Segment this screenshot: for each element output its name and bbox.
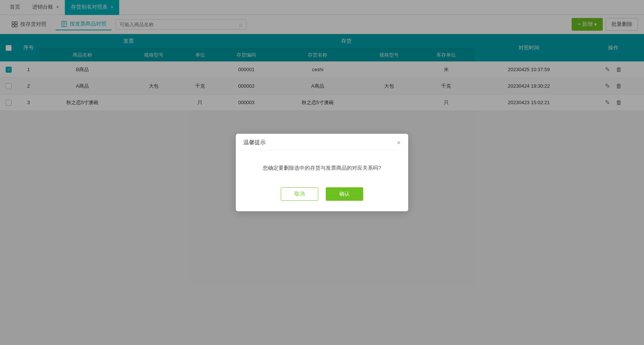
dialog-overlay: 温馨提示 × 您确定要删除选中的存货与发票商品的对应关系吗? 取消 确认 <box>0 0 644 111</box>
